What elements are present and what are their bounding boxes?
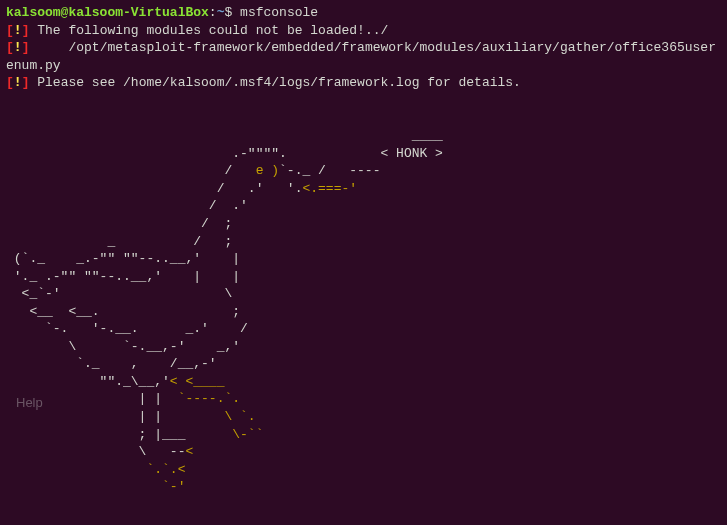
prompt-user-host: kalsoom@kalsoom-VirtualBox [6,5,209,20]
warning-line-1: [!] The following modules could not be l… [6,22,721,40]
prompt-dollar: $ [224,5,232,20]
terminal-prompt-line: kalsoom@kalsoom-VirtualBox:~$ msfconsole [6,4,721,22]
warning-line-3: [!] Please see /home/kalsoom/.msf4/logs/… [6,74,721,92]
honk-label: HONK [396,146,427,161]
warning-line-2: [!] /opt/metasploit-framework/embedded/f… [6,39,721,74]
typed-command[interactable]: msfconsole [240,5,318,20]
prompt-colon: : [209,5,217,20]
help-label[interactable]: Help [16,394,43,412]
goose-ascii-art: ____ .-"""". < HONK > / e )`-._ / ---- /… [6,110,721,496]
